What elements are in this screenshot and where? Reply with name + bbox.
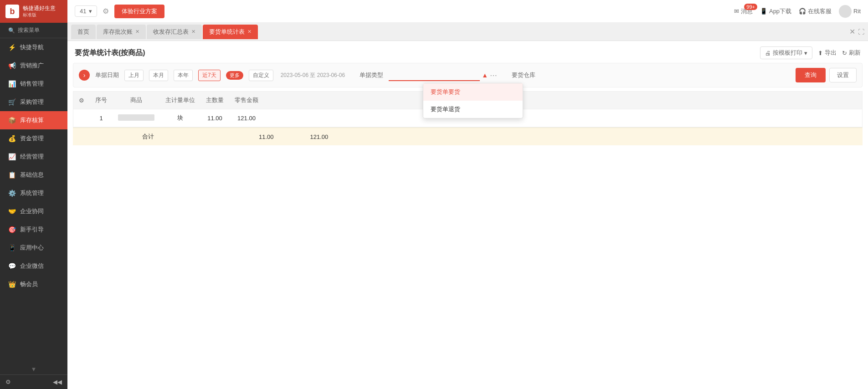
date-last-7days[interactable]: 近7天 — [198, 70, 221, 81]
type-filter-input[interactable] — [389, 70, 480, 81]
table-col-amount: 零售金额 — [229, 92, 264, 109]
query-button[interactable]: 查询 — [796, 68, 826, 82]
sidebar-item-system[interactable]: ⚙️ 系统管理 — [0, 184, 67, 202]
date-custom-btn[interactable]: 自定义 — [249, 70, 273, 81]
vip-icon: 👑 — [7, 280, 16, 289]
system-icon: ⚙️ — [7, 189, 16, 198]
sidebar-item-wechat[interactable]: 💬 企业微信 — [0, 257, 67, 275]
topbar: 41 ▾ ⚙ 体验行业方案 ✉ 消息 99+ 📱 App下载 🎧 在线客服 R — [67, 0, 868, 23]
inventory-icon: 📦 — [7, 116, 16, 125]
sidebar-item-marketing[interactable]: 📢 营销推广 — [0, 56, 67, 75]
enterprise-icon: 🤝 — [7, 207, 16, 216]
message-icon: ✉ — [734, 8, 739, 15]
date-this-year[interactable]: 本年 — [174, 70, 193, 81]
filter-expand-button[interactable]: › — [79, 70, 90, 81]
page-header: 要货单统计表(按商品) 🖨 按模板打印 ▾ ⬆ 导出 ↻ 刷新 — [67, 41, 868, 63]
total-label: 合计 — [142, 133, 154, 141]
app-center-icon: 📱 — [7, 243, 16, 252]
row-settings — [73, 109, 90, 127]
app-logo: b 畅捷通好生意 标准版 — [0, 0, 67, 23]
table-col-settings[interactable]: ⚙ — [73, 92, 90, 109]
settings-button[interactable]: 设置 — [829, 68, 857, 82]
row-empty — [264, 109, 862, 127]
topbar-gear-icon[interactable]: ⚙ — [103, 7, 109, 15]
type-more-icon[interactable]: ⋯ — [490, 71, 497, 80]
search-menu[interactable]: 🔍 搜索菜单 — [0, 23, 67, 38]
close-all-tabs[interactable]: ✕ — [849, 27, 855, 36]
row-no: 1 — [90, 109, 113, 127]
guide-icon: 🎯 — [7, 225, 16, 234]
close-tab-order-stats[interactable]: ✕ — [247, 29, 252, 35]
basic-info-icon: 📋 — [7, 170, 16, 179]
table-col-unit: 主计量单位 — [160, 92, 200, 109]
marketing-icon: 📢 — [7, 61, 16, 70]
sidebar-item-finance[interactable]: 💰 资金管理 — [0, 129, 67, 148]
warehouse-filter-label: 要货仓库 — [512, 71, 535, 79]
finance-icon: 💰 — [7, 134, 16, 143]
scroll-down-btn[interactable]: ▼ — [0, 364, 67, 374]
app-download-item[interactable]: 📱 App下载 — [760, 7, 791, 15]
search-icon: 🔍 — [8, 27, 15, 34]
avatar — [839, 5, 852, 18]
refresh-icon: ↻ — [842, 50, 847, 56]
expand-tabs[interactable]: ⛶ — [858, 28, 864, 36]
messages-item[interactable]: ✉ 消息 99+ — [734, 7, 753, 15]
sales-icon: 📊 — [7, 79, 16, 88]
tab-order-stats[interactable]: 要货单统计表 ✕ — [203, 25, 258, 39]
sidebar-item-inventory[interactable]: 📦 库存核算 — [0, 111, 67, 129]
trial-button[interactable]: 体验行业方案 — [114, 5, 164, 18]
filter-bar: › 单据日期 上月 本月 本年 近7天 更多 自定义 2023-05-06 至 … — [73, 63, 863, 87]
tabbar: 首页 库存批次账 ✕ 收发存汇总表 ✕ 要货单统计表 ✕ ✕ ⛶ — [67, 23, 868, 41]
sidebar: b 畅捷通好生意 标准版 🔍 搜索菜单 ⚡ 快捷导航 📢 营销推广 📊 销售管理… — [0, 0, 67, 389]
export-button[interactable]: ⬆ 导出 — [818, 49, 837, 57]
print-button[interactable]: 🖨 按模板打印 ▾ — [760, 46, 812, 59]
topbar-right: ✉ 消息 99+ 📱 App下载 🎧 在线客服 Rit — [734, 5, 861, 18]
company-selector[interactable]: 41 ▾ — [75, 5, 97, 17]
refresh-button[interactable]: ↻ 刷新 — [842, 49, 861, 57]
date-this-month[interactable]: 本月 — [149, 70, 168, 81]
tab-home[interactable]: 首页 — [71, 25, 96, 39]
date-filter-label: 单据日期 — [95, 71, 119, 79]
dropdown-item-order-goods[interactable]: 要货单要货 — [423, 83, 523, 101]
sidebar-item-purchase[interactable]: 🛒 采购管理 — [0, 93, 67, 111]
page-actions: 🖨 按模板打印 ▾ ⬆ 导出 ↻ 刷新 — [760, 46, 861, 59]
messages-badge: 99+ — [744, 4, 757, 10]
sidebar-item-app-center[interactable]: 📱 应用中心 — [0, 239, 67, 257]
sidebar-item-guide[interactable]: 🎯 新手引导 — [0, 220, 67, 239]
type-filter-label: 单据类型 — [360, 71, 383, 79]
phone-icon: 📱 — [760, 8, 767, 15]
tab-inventory-batch[interactable]: 库存批次账 ✕ — [97, 25, 146, 39]
main-content: 41 ▾ ⚙ 体验行业方案 ✉ 消息 99+ 📱 App下载 🎧 在线客服 R — [67, 0, 868, 389]
topbar-left: 41 ▾ ⚙ 体验行业方案 — [75, 5, 164, 18]
chevron-down-icon: ▾ — [89, 8, 92, 15]
row-amount: 121.00 — [229, 109, 264, 127]
collapse-btn[interactable]: ◀◀ — [53, 379, 62, 385]
operations-icon: 📈 — [7, 152, 16, 161]
online-service-item[interactable]: 🎧 在线客服 — [799, 7, 832, 15]
sidebar-nav: ⚡ 快捷导航 📢 营销推广 📊 销售管理 🛒 采购管理 📦 库存核算 💰 资金管… — [0, 38, 67, 364]
close-tab-inventory-batch[interactable]: ✕ — [135, 29, 139, 35]
sidebar-item-operations[interactable]: 📈 经营管理 — [0, 148, 67, 166]
table-col-qty: 主数量 — [200, 92, 229, 109]
sidebar-item-basic-info[interactable]: 📋 基础信息 — [0, 166, 67, 184]
tab-receipt-summary[interactable]: 收发存汇总表 ✕ — [147, 25, 202, 39]
sidebar-item-sales[interactable]: 📊 销售管理 — [0, 75, 67, 93]
sidebar-footer: ⚙ ◀◀ — [0, 374, 67, 389]
table-col-no: 序号 — [90, 92, 113, 109]
close-tab-receipt-summary[interactable]: ✕ — [191, 29, 195, 35]
headset-icon: 🎧 — [799, 8, 806, 15]
type-chevron-up-icon[interactable]: ▲ — [482, 72, 488, 79]
date-last-month[interactable]: 上月 — [124, 70, 144, 81]
sidebar-item-vip[interactable]: 👑 畅会员 — [0, 275, 67, 293]
sidebar-item-quick-nav[interactable]: ⚡ 快捷导航 — [0, 38, 67, 56]
quick-nav-icon: ⚡ — [7, 43, 16, 52]
page-title: 要货单统计表(按商品) — [75, 48, 145, 58]
chevron-down-icon: ▾ — [804, 50, 807, 56]
date-more-btn[interactable]: 更多 — [226, 71, 243, 80]
sidebar-item-enterprise[interactable]: 🤝 企业协同 — [0, 202, 67, 220]
total-amount: 121.00 — [310, 133, 329, 140]
settings-icon[interactable]: ⚙ — [5, 379, 11, 385]
user-profile[interactable]: Rit — [839, 5, 861, 18]
dropdown-item-order-return[interactable]: 要货单退货 — [423, 101, 523, 118]
wechat-icon: 💬 — [7, 261, 16, 271]
